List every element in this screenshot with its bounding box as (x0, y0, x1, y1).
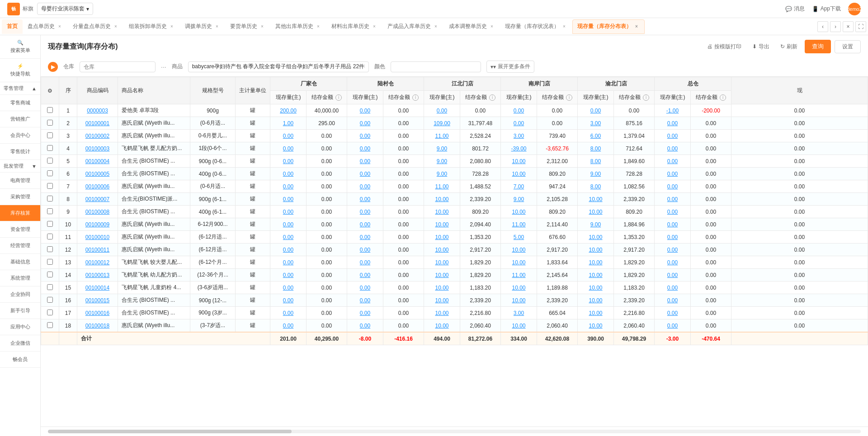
app-download-action[interactable]: 📱 App下载 (812, 5, 841, 13)
stock-link[interactable]: 10.00 (512, 158, 525, 164)
info-icon[interactable]: i (566, 94, 572, 101)
tab-close-icon[interactable]: × (633, 23, 640, 30)
row-checkbox-cell[interactable] (41, 180, 59, 193)
stock-link[interactable]: 0.00 (360, 145, 370, 152)
stock-link[interactable]: 0.00 (667, 133, 678, 139)
stock-link[interactable]: 10.00 (435, 247, 448, 253)
row-checkbox-cell[interactable] (41, 117, 59, 130)
sidebar-item-marketing[interactable]: 营销推广 (0, 111, 40, 127)
tab-close-icon[interactable]: × (489, 23, 495, 30)
stock-link[interactable]: 0.00 (667, 209, 678, 215)
row-checkbox[interactable] (47, 309, 53, 315)
stock-link[interactable]: 0.00 (514, 120, 524, 127)
sidebar-item-member2[interactable]: 畅会员 (0, 352, 40, 368)
sidebar-item-wechat[interactable]: 企业微信 (0, 335, 40, 352)
stock-link[interactable]: 10.00 (589, 310, 602, 316)
tab-close-icon[interactable]: × (371, 23, 377, 30)
print-button[interactable]: 🖨 按模版打印 (703, 41, 745, 52)
stock-link[interactable]: 0.00 (283, 259, 293, 266)
stock-link[interactable]: 0.00 (283, 323, 293, 329)
stock-link[interactable]: 10.00 (435, 209, 448, 215)
stock-link[interactable]: 0.00 (590, 108, 601, 114)
stock-link[interactable]: 6.00 (590, 133, 601, 139)
row-checkbox-cell[interactable] (41, 130, 59, 142)
product-code-link[interactable]: 00100001 (85, 120, 109, 127)
stock-link[interactable]: 0.00 (283, 133, 293, 139)
sidebar-item-operations[interactable]: 经营管理 (0, 238, 40, 254)
stock-link[interactable]: 9.00 (590, 171, 601, 177)
stock-link[interactable]: 9.00 (437, 158, 447, 164)
tab-close-icon[interactable]: × (561, 23, 567, 30)
query-button[interactable]: 查询 (805, 40, 831, 53)
tab-cost-adjust[interactable]: 成本调整单历史 × (444, 19, 500, 34)
product-code-link[interactable]: 00100010 (85, 234, 109, 240)
sidebar-item-enterprise[interactable]: 企业协同 (0, 286, 40, 303)
table-container[interactable]: ⚙ 序 商品编码 商品名称 规格型号 主计量单位 厂家仓 陆村仓 江北门店 南岸… (41, 77, 868, 427)
stock-link[interactable]: 10.00 (512, 323, 525, 329)
tab-close-icon[interactable]: × (259, 23, 265, 30)
tab-close-icon[interactable]: × (57, 23, 63, 30)
tab-requisition[interactable]: 要货单历史 × (225, 19, 270, 34)
horizontal-scrollbar[interactable] (48, 430, 861, 433)
row-checkbox[interactable] (47, 297, 53, 303)
stock-link[interactable]: 10.00 (589, 247, 602, 253)
expand-conditions-btn[interactable]: ▾▾ 展开更多条件 (486, 61, 534, 73)
stock-link[interactable]: 10.00 (435, 272, 448, 278)
stock-link[interactable]: 10.00 (589, 323, 602, 329)
row-checkbox-cell[interactable] (41, 155, 59, 168)
stock-link[interactable]: 10.00 (589, 196, 602, 202)
stock-link[interactable]: 0.00 (360, 196, 370, 202)
stock-link[interactable]: 0.00 (667, 247, 678, 253)
tab-stock-status[interactable]: 现存量（库存状况表） × (500, 19, 572, 34)
stock-link[interactable]: 3.00 (590, 120, 601, 127)
export-button[interactable]: ⬇ 导出 (749, 41, 773, 52)
stock-link[interactable]: 10.00 (589, 297, 602, 304)
stock-link[interactable]: 0.00 (667, 120, 678, 127)
tab-close-icon[interactable]: × (214, 23, 220, 30)
stock-link[interactable]: 0.00 (667, 158, 678, 164)
stock-link[interactable]: 9.00 (514, 196, 524, 202)
row-checkbox[interactable] (47, 158, 53, 164)
stock-link[interactable]: 0.00 (360, 209, 370, 215)
row-checkbox-cell[interactable] (41, 168, 59, 180)
product-code-link[interactable]: 00100008 (85, 209, 109, 215)
stock-link[interactable]: 0.00 (283, 158, 293, 164)
stock-link[interactable]: 0.00 (283, 297, 293, 304)
stock-link[interactable]: 10.00 (589, 259, 602, 266)
stock-link[interactable]: 0.00 (667, 183, 678, 190)
row-checkbox[interactable] (47, 132, 53, 138)
sidebar-item-search[interactable]: 🔍 搜索英单 (0, 35, 40, 59)
sidebar-item-retail-stats[interactable]: 零售统计 (0, 144, 40, 160)
row-checkbox[interactable] (47, 246, 53, 252)
stock-link[interactable]: 10.00 (435, 221, 448, 228)
stock-link[interactable]: 0.00 (283, 234, 293, 240)
stock-link[interactable]: 0.00 (360, 108, 370, 114)
stock-link[interactable]: 0.00 (283, 310, 293, 316)
stock-link[interactable]: 0.00 (283, 221, 293, 228)
tab-inventory-count[interactable]: 盘点单历史 × (23, 19, 68, 34)
stock-link[interactable]: 10.00 (512, 209, 525, 215)
product-code-link[interactable]: 00100002 (85, 133, 109, 139)
stock-link[interactable]: 10.00 (435, 285, 448, 291)
stock-link[interactable]: 109.00 (434, 120, 450, 127)
row-checkbox-cell[interactable] (41, 218, 59, 231)
user-action[interactable]: demo2 (848, 3, 861, 15)
stock-link[interactable]: 10.00 (435, 234, 448, 240)
stock-link[interactable]: 0.00 (514, 108, 524, 114)
stock-link[interactable]: 0.00 (360, 221, 370, 228)
stock-link[interactable]: 10.00 (589, 285, 602, 291)
stock-link[interactable]: 0.00 (360, 133, 370, 139)
warehouse-input[interactable] (80, 61, 156, 72)
sidebar-item-purchase[interactable]: 采购管理 (0, 189, 40, 205)
tab-transfer[interactable]: 调拨单历史 × (180, 19, 225, 34)
stock-link[interactable]: 0.00 (360, 297, 370, 304)
warehouse-ellipsis[interactable]: ··· (161, 63, 166, 70)
tab-close-icon[interactable]: × (113, 23, 119, 30)
info-icon[interactable]: i (643, 94, 649, 101)
stock-link[interactable]: 10.00 (435, 259, 448, 266)
product-code-link[interactable]: 00100015 (85, 297, 109, 304)
row-checkbox-cell[interactable] (41, 231, 59, 244)
settings-icon[interactable]: ⚙ (47, 88, 52, 94)
product-code-link[interactable]: 00100006 (85, 183, 109, 190)
row-checkbox-cell[interactable] (41, 269, 59, 281)
